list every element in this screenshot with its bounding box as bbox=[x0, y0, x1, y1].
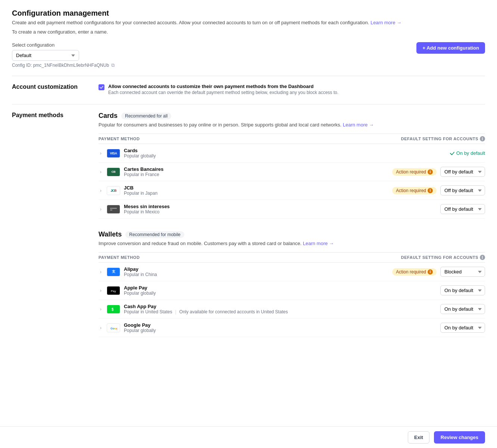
apple-pay-icon: Pay bbox=[107, 286, 120, 295]
wallets-badge: Recommended for mobile bbox=[125, 231, 184, 238]
payment-row-cash-app-pay: › $ Cash App Pay Popular in United State… bbox=[99, 300, 485, 319]
add-new-configuration-button[interactable]: + Add new configuration bbox=[416, 42, 485, 54]
cards-name: Cards bbox=[124, 148, 156, 153]
cash-app-pay-sub: Popular in United States | Only availabl… bbox=[124, 309, 288, 314]
google-pay-dropdown[interactable]: On by default Off by default Blocked bbox=[440, 323, 485, 333]
alipay-dropdown[interactable]: Blocked On by default Off by default bbox=[440, 267, 485, 277]
cash-app-pay-name: Cash App Pay bbox=[124, 304, 288, 309]
google-pay-sub: Popular globally bbox=[124, 328, 156, 333]
google-pay-icon: Goog bbox=[107, 323, 120, 332]
jcb-action-info-icon[interactable]: i bbox=[428, 188, 433, 193]
apple-pay-sub: Popular globally bbox=[124, 291, 156, 296]
new-config-hint: To create a new configuration, enter a n… bbox=[12, 29, 485, 35]
meses-expand-button[interactable]: › bbox=[99, 205, 103, 213]
wallets-table-header: PAYMENT METHOD DEFAULT SETTING FOR ACCOU… bbox=[99, 252, 485, 263]
account-customization-title: Account customization bbox=[12, 84, 87, 90]
copy-icon[interactable]: ⧉ bbox=[111, 62, 115, 68]
wallets-group-title: Wallets bbox=[99, 231, 122, 238]
page-title: Configuration management bbox=[12, 9, 485, 18]
cash-app-pay-dropdown[interactable]: On by default Off by default Blocked bbox=[440, 304, 485, 314]
meses-sub: Popular in Mexico bbox=[124, 209, 170, 214]
payment-row-alipay: › 支 Alipay Popular in China Action requi… bbox=[99, 263, 485, 281]
alipay-sub: Popular in China bbox=[124, 272, 157, 277]
config-id-text: Config ID: pmc_1NFneIBkDhmL9ebrNHFaQNUb bbox=[12, 63, 109, 68]
wallets-group-desc: Improve conversion and reduce fraud on m… bbox=[99, 241, 485, 246]
cartes-bancaires-name: Cartes Bancaires bbox=[124, 166, 163, 172]
cards-badge: Recommended for all bbox=[121, 113, 171, 119]
payment-methods-title: Payment methods bbox=[12, 112, 87, 119]
wallets-table-header-info-icon[interactable]: i bbox=[480, 255, 485, 260]
alipay-action-info-icon[interactable]: i bbox=[428, 269, 433, 275]
page-subtitle: Create and edit payment method configura… bbox=[12, 20, 485, 25]
svg-text:Goog: Goog bbox=[110, 327, 117, 330]
jcb-sub: Popular in Japan bbox=[124, 191, 157, 196]
jcb-expand-button[interactable]: › bbox=[99, 187, 103, 195]
cards-group-desc: Popular for consumers and businesses to … bbox=[99, 122, 485, 128]
account-customization-checkbox-label: Allow connected accounts to customize th… bbox=[108, 84, 338, 89]
account-customization-checkbox[interactable] bbox=[99, 84, 104, 90]
svg-rect-1 bbox=[110, 208, 117, 209]
cash-app-pay-expand-button[interactable]: › bbox=[99, 305, 103, 313]
cards-table-header: PAYMENT METHOD DEFAULT SETTING FOR ACCOU… bbox=[99, 134, 485, 144]
cards-sub: Popular globally bbox=[124, 153, 156, 159]
select-config-label: Select configuration bbox=[12, 42, 115, 48]
wallets-learn-more-link[interactable]: Learn more bbox=[303, 241, 334, 246]
alipay-name: Alipay bbox=[124, 266, 157, 272]
google-pay-expand-button[interactable]: › bbox=[99, 324, 103, 332]
google-pay-name: Google Pay bbox=[124, 322, 156, 328]
apple-pay-name: Apple Pay bbox=[124, 285, 156, 291]
cartes-bancaires-dropdown[interactable]: Off by default On by default Blocked bbox=[440, 167, 485, 177]
cards-icon: VISA bbox=[107, 149, 120, 158]
payment-row-cartes-bancaires: › CB Cartes Bancaires Popular in France … bbox=[99, 163, 485, 181]
payment-row-cards: › VISA Cards Popular globally On by defa… bbox=[99, 144, 485, 163]
cartes-bancaires-icon: CB bbox=[107, 167, 120, 176]
jcb-name: JCB bbox=[124, 185, 157, 191]
apple-pay-dropdown[interactable]: On by default Off by default Blocked bbox=[440, 285, 485, 295]
svg-rect-0 bbox=[110, 207, 117, 212]
account-customization-checkbox-sub: Each connected account can override the … bbox=[108, 90, 338, 95]
cartes-bancaires-sub: Popular in France bbox=[124, 172, 163, 177]
payment-row-google-pay: › Goog Google Pay Popular globally bbox=[99, 319, 485, 337]
jcb-action-badge: Action required i bbox=[392, 187, 437, 194]
wallets-group-header: Wallets Recommended for mobile bbox=[99, 231, 485, 238]
alipay-icon: 支 bbox=[107, 267, 120, 276]
svg-rect-2 bbox=[110, 210, 112, 210]
apple-pay-expand-button[interactable]: › bbox=[99, 286, 103, 295]
payment-row-jcb: › JCB JCB Popular in Japan Action requir… bbox=[99, 181, 485, 200]
cards-group-header: Cards Recommended for all bbox=[99, 112, 485, 120]
alipay-expand-button[interactable]: › bbox=[99, 268, 103, 276]
cards-table-header-info-icon[interactable]: i bbox=[480, 136, 485, 141]
payment-row-apple-pay: › Pay Apple Pay Popular globally On by d… bbox=[99, 281, 485, 300]
cards-expand-button[interactable]: › bbox=[99, 149, 103, 157]
cards-group-title: Cards bbox=[99, 112, 118, 120]
cartes-bancaires-action-info-icon[interactable]: i bbox=[428, 169, 433, 175]
meses-name: Meses sin intereses bbox=[124, 204, 170, 209]
cards-learn-more-link[interactable]: Learn more bbox=[343, 122, 374, 128]
header-learn-more-link[interactable]: Learn more bbox=[371, 20, 401, 25]
svg-text:Pay: Pay bbox=[111, 289, 116, 293]
alipay-action-badge: Action required i bbox=[392, 268, 437, 276]
meses-dropdown[interactable]: Off by default On by default Blocked bbox=[440, 204, 485, 214]
cash-app-pay-icon: $ bbox=[107, 305, 120, 314]
meses-icon bbox=[107, 205, 120, 214]
svg-text:$: $ bbox=[112, 307, 114, 311]
config-select[interactable]: Default bbox=[12, 50, 79, 61]
jcb-dropdown[interactable]: Off by default On by default Blocked bbox=[440, 185, 485, 195]
cartes-bancaires-expand-button[interactable]: › bbox=[99, 168, 103, 176]
cartes-bancaires-action-badge: Action required i bbox=[392, 168, 437, 176]
cards-status: On by default bbox=[450, 150, 485, 156]
payment-row-meses-sin-intereses: › Meses sin intereses Popular in Mexico … bbox=[99, 200, 485, 219]
jcb-icon: JCB bbox=[107, 186, 120, 195]
